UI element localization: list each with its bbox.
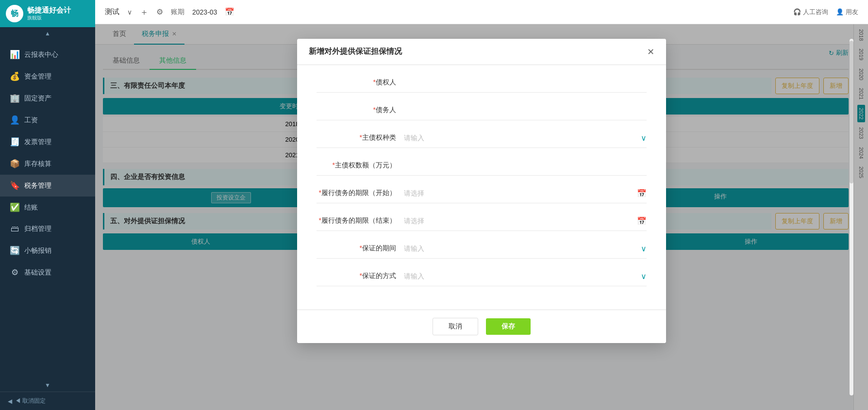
sidebar-header: 畅 畅捷通好会计 旗舰版: [0, 0, 95, 27]
sidebar-item-gudingzichan[interactable]: 🏢 固定资产: [0, 87, 95, 109]
input-zhuzhaiquanzhonglei[interactable]: [404, 132, 639, 144]
input-zhaiquanren[interactable]: [404, 77, 647, 88]
content-area: 首页 税务申报 ✕ ↻ 刷新 基础信息: [95, 24, 868, 410]
add-button[interactable]: ＋: [140, 6, 149, 18]
select-wrap-lvxingjieshu: 📅: [404, 215, 647, 227]
modal-body: *债权人 *债务人: [297, 65, 666, 310]
input-baozhengqijian[interactable]: [404, 243, 639, 254]
calendar-icon[interactable]: 📅: [225, 7, 234, 16]
sidebar-item-label: 资金管理: [24, 72, 51, 81]
period-value: 2023-03: [192, 8, 217, 16]
sidebar-item-xiaochu[interactable]: 🔄 小畅报销: [0, 240, 95, 262]
sidebar-item-fapiao[interactable]: 🧾 发票管理: [0, 131, 95, 153]
calendar-end-icon[interactable]: 📅: [637, 216, 647, 226]
support-button[interactable]: 🎧 人工咨询: [793, 8, 828, 16]
input-baozhengfangshi[interactable]: [404, 270, 639, 282]
field-zhuzhaiquanzhonglei: *主债权种类 ∨: [317, 132, 647, 148]
label-zhuzhaiquanzhonglei: *主债权种类: [317, 133, 404, 142]
label-lvxingkaishi: *履行债务的期限（开始）: [317, 189, 404, 197]
jichushezhi-icon: ⚙: [10, 267, 19, 278]
field-zhaiquanren: *债权人: [317, 77, 647, 93]
app-subtitle: 旗舰版: [27, 15, 71, 21]
jiezhang-icon: ✅: [10, 202, 19, 213]
xiaochu-icon: 🔄: [10, 246, 19, 256]
sidebar-item-jichushezhi[interactable]: ⚙ 基础设置: [0, 262, 95, 283]
select-wrap-lvxingkaishi: 📅: [404, 187, 647, 199]
modal-scrollbar[interactable]: [850, 39, 853, 395]
gudingzichan-icon: 🏢: [10, 93, 19, 103]
sidebar-nav: 📊 云报表中心 💰 资金管理 🏢 固定资产 👤 工资 🧾 发票管理 📦: [0, 40, 95, 379]
input-lvxingkaishi[interactable]: [404, 187, 635, 199]
field-zhaiwuren: *债务人: [317, 104, 647, 120]
sidebar-item-label: 云报表中心: [24, 50, 58, 59]
calendar-start-icon[interactable]: 📅: [637, 189, 647, 198]
sidebar-item-label: 结账: [24, 203, 38, 212]
cancel-button[interactable]: 取消: [433, 318, 478, 335]
sidebar-item-zijin[interactable]: 💰 资金管理: [0, 66, 95, 87]
sidebar-toggle-label: ◀ 取消固定: [15, 397, 46, 405]
sidebar-item-label: 发票管理: [24, 138, 51, 147]
sidebar-item-guidang[interactable]: 🗃 归档管理: [0, 218, 95, 240]
modal-overlay: 新增对外提供保证担保情况 ✕ *债权人: [95, 24, 868, 410]
period-label: 账期: [171, 8, 184, 16]
sidebar-scroll-down[interactable]: ▼: [0, 379, 95, 392]
save-button[interactable]: 保存: [486, 318, 531, 335]
label-zhaiquanren: *债权人: [317, 78, 404, 87]
company-name: 测试: [105, 7, 119, 16]
kucun-icon: 📦: [10, 159, 19, 169]
chevron-down-icon[interactable]: ∨: [641, 133, 647, 143]
sidebar-toggle-btn[interactable]: ◀ ◀ 取消固定: [0, 392, 95, 410]
sidebar-item-yunbaobiao[interactable]: 📊 云报表中心: [0, 44, 95, 66]
label-baozhengfangshi: *保证的方式: [317, 272, 404, 280]
sidebar-item-label: 归档管理: [24, 225, 51, 233]
sidebar: 畅 畅捷通好会计 旗舰版 ▲ 📊 云报表中心 💰 资金管理 🏢 固定资产 👤: [0, 0, 95, 410]
sidebar-item-label: 税务管理: [24, 181, 51, 190]
topbar: 测试 ∨ ＋ ⚙ 账期 2023-03 📅 🎧 人工咨询 👤 用友: [95, 0, 868, 24]
label-zhaiwuren: *债务人: [317, 106, 404, 115]
app-logo: 畅: [6, 5, 23, 22]
label-lvxingjieshu: *履行债务的期限（结束）: [317, 216, 404, 225]
gongzi-icon: 👤: [10, 115, 19, 125]
fapiao-icon: 🧾: [10, 137, 19, 147]
sidebar-scroll-up[interactable]: ▲: [0, 27, 95, 40]
app-title: 畅捷通好会计: [27, 6, 71, 15]
sidebar-item-label: 小畅报销: [24, 246, 51, 255]
zijin-icon: 💰: [10, 71, 19, 82]
sidebar-item-gongzi[interactable]: 👤 工资: [0, 109, 95, 131]
sidebar-item-shuiwu[interactable]: 🔖 税务管理: [0, 175, 95, 197]
label-baozhengqijian: *保证的期间: [317, 244, 404, 253]
user-label: 用友: [846, 8, 858, 16]
sidebar-item-label: 固定资产: [24, 94, 51, 103]
input-zhaiwuren[interactable]: [404, 104, 647, 116]
field-lvxingjieshu: *履行债务的期限（结束） 📅: [317, 215, 647, 231]
chevron-down-icon-3[interactable]: ∨: [641, 272, 647, 281]
input-lvxingjieshu[interactable]: [404, 215, 635, 227]
sidebar-item-kucun[interactable]: 📦 库存核算: [0, 153, 95, 175]
modal-title: 新增对外提供保证担保情况: [309, 47, 402, 57]
label-zhuzhaiquanshe: *主债权数额（万元）: [317, 161, 404, 170]
select-wrap-zhuzhaiquanzhonglei: ∨: [404, 132, 647, 144]
sidebar-item-label: 工资: [24, 116, 38, 125]
sidebar-toggle-icon: ◀: [8, 398, 12, 405]
chevron-down-icon-2[interactable]: ∨: [641, 244, 647, 253]
modal-close-button[interactable]: ✕: [647, 48, 654, 56]
support-label: 人工咨询: [803, 8, 828, 16]
field-lvxingkaishi: *履行债务的期限（开始） 📅: [317, 187, 647, 203]
user-button[interactable]: 👤 用友: [836, 8, 858, 16]
guidang-icon: 🗃: [10, 224, 19, 234]
field-zhuzhaiquanshe: *主债权数额（万元）: [317, 160, 647, 176]
select-wrap-baozhengfangshi: ∨: [404, 270, 647, 282]
sidebar-item-label: 库存核算: [24, 160, 51, 168]
shuiwu-icon: 🔖: [10, 180, 19, 191]
sidebar-item-jiezhang[interactable]: ✅ 结账: [0, 197, 95, 218]
field-baozhengqijian: *保证的期间 ∨: [317, 243, 647, 259]
yunbaobiao-icon: 📊: [10, 49, 19, 60]
user-icon: 👤: [836, 8, 844, 16]
settings-icon[interactable]: ⚙: [156, 7, 163, 16]
sidebar-item-label: 基础设置: [24, 268, 51, 277]
modal-header: 新增对外提供保证担保情况 ✕: [297, 39, 666, 65]
company-dropdown-icon[interactable]: ∨: [127, 8, 132, 16]
input-zhuzhaiquanshe[interactable]: [404, 160, 647, 171]
field-baozhengfangshi: *保证的方式 ∨: [317, 270, 647, 286]
headset-icon: 🎧: [793, 8, 801, 16]
